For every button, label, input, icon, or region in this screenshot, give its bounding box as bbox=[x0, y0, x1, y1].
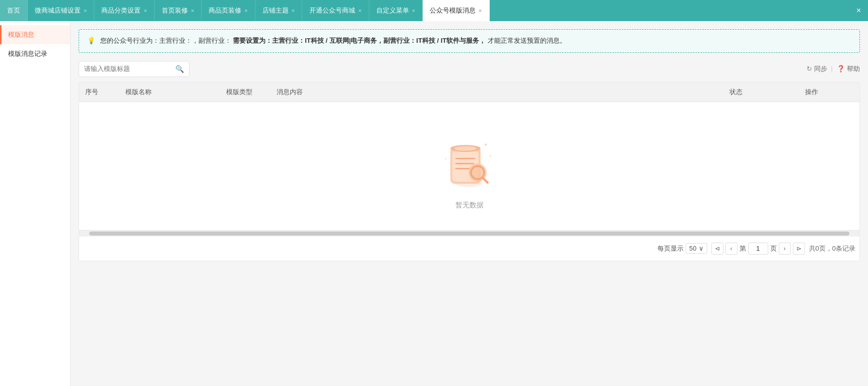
nav-tab-home-decor-close[interactable]: × bbox=[191, 8, 194, 14]
main-layout: 模版消息 模版消息记录 💡 您的公众号行业为：主营行业：，副营行业： 需要设置为… bbox=[0, 21, 868, 386]
sidebar-item-template-history-label: 模版消息记录 bbox=[8, 50, 47, 57]
nav-tab-shop-settings-label: 微商城店铺设置 bbox=[35, 6, 81, 15]
sync-label: 同步 bbox=[814, 64, 827, 73]
nav-tab-home[interactable]: 首页 bbox=[0, 0, 28, 21]
svg-text:✦: ✦ bbox=[484, 142, 488, 147]
nav-tab-custom-menu-label: 自定义菜单 bbox=[376, 6, 409, 15]
toolbar-divider: | bbox=[831, 65, 833, 72]
th-content: 消息内容 bbox=[271, 83, 723, 102]
notice-text-highlight: 需要设置为：主营行业：IT科技 / 互联网|电子商务，副营行业：IT科技 / I… bbox=[233, 37, 486, 44]
content-area: 💡 您的公众号行业为：主营行业：，副营行业： 需要设置为：主营行业：IT科技 /… bbox=[71, 21, 868, 386]
page-label-post: 页 bbox=[770, 244, 777, 253]
search-input[interactable] bbox=[84, 65, 173, 72]
nav-tab-open-shop-close[interactable]: × bbox=[358, 8, 361, 14]
empty-text: 暂无数据 bbox=[455, 201, 484, 210]
nav-tab-shop-theme-label: 店铺主题 bbox=[262, 6, 289, 15]
nav-tab-home-decor[interactable]: 首页装修 × bbox=[155, 0, 202, 21]
nav-tab-custom-menu-close[interactable]: × bbox=[412, 8, 415, 14]
nav-tab-shop-theme-close[interactable]: × bbox=[292, 8, 295, 14]
help-label: 帮助 bbox=[847, 64, 860, 73]
page-total: 共0页，0条记录 bbox=[809, 244, 855, 253]
notice-text-prefix: 您的公众号行业为：主营行业：，副营行业： bbox=[100, 37, 231, 44]
sidebar-item-template-msg-label: 模版消息 bbox=[8, 31, 34, 38]
th-name: 模版名称 bbox=[119, 83, 220, 102]
help-icon: ❓ bbox=[837, 65, 845, 72]
th-seq: 序号 bbox=[79, 83, 119, 102]
table-header: 序号 模版名称 模版类型 消息内容 状态 操作 bbox=[79, 83, 859, 102]
next-page-button[interactable]: › bbox=[779, 243, 791, 255]
per-page-value: 50 bbox=[689, 245, 696, 252]
sidebar: 模版消息 模版消息记录 bbox=[0, 21, 71, 386]
nav-tab-shop-theme[interactable]: 店铺主题 × bbox=[255, 0, 302, 21]
data-table: 序号 模版名称 模版类型 消息内容 状态 操作 bbox=[79, 82, 860, 261]
nav-tab-home-decor-label: 首页装修 bbox=[162, 6, 188, 15]
th-status: 状态 bbox=[723, 83, 799, 102]
per-page-select[interactable]: 50 ∨ bbox=[686, 243, 707, 254]
nav-tab-shop-settings-close[interactable]: × bbox=[84, 8, 87, 14]
nav-tab-category-settings[interactable]: 商品分类设置 × bbox=[94, 0, 154, 21]
sidebar-item-template-history[interactable]: 模版消息记录 bbox=[0, 44, 70, 63]
last-page-button[interactable]: ⊳ bbox=[793, 243, 805, 255]
nav-tab-template-msg[interactable]: 公众号模版消息 × bbox=[423, 0, 489, 21]
th-action: 操作 bbox=[799, 83, 859, 102]
toolbar-right: ↻ 同步 | ❓ 帮助 bbox=[807, 64, 860, 73]
notice-box: 💡 您的公众号行业为：主营行业：，副营行业： 需要设置为：主营行业：IT科技 /… bbox=[79, 29, 860, 53]
search-bar: 🔍 ↻ 同步 | ❓ 帮助 bbox=[79, 61, 860, 77]
nav-tab-custom-menu[interactable]: 自定义菜单 × bbox=[369, 0, 423, 21]
help-button[interactable]: ❓ 帮助 bbox=[837, 64, 860, 73]
page-input[interactable] bbox=[748, 243, 768, 255]
nav-tab-category-settings-label: 商品分类设置 bbox=[101, 6, 141, 15]
nav-tab-category-settings-close[interactable]: × bbox=[144, 8, 147, 14]
top-nav: 首页 微商城店铺设置 × 商品分类设置 × 首页装修 × 商品页装修 × 店铺主… bbox=[0, 0, 868, 21]
prev-page-button[interactable]: ‹ bbox=[725, 243, 738, 255]
search-input-wrap[interactable]: 🔍 bbox=[79, 61, 189, 77]
search-icon[interactable]: 🔍 bbox=[175, 65, 184, 73]
nav-tab-open-shop-label: 开通公众号商城 bbox=[309, 6, 355, 15]
pagination: 每页显示 50 ∨ ⊲ ‹ 第 页 › ⊳ 共0页，0条记录 bbox=[79, 236, 859, 261]
th-type: 模版类型 bbox=[220, 83, 271, 102]
nav-tab-shop-settings[interactable]: 微商城店铺设置 × bbox=[28, 0, 94, 21]
sync-icon: ↻ bbox=[807, 65, 812, 72]
nav-tab-template-msg-close[interactable]: × bbox=[479, 8, 482, 14]
nav-close-all-button[interactable]: × bbox=[849, 6, 868, 15]
empty-icon: ✦ ✦ ✦ bbox=[439, 132, 500, 193]
nav-tab-product-decor[interactable]: 商品页装修 × bbox=[202, 0, 255, 21]
nav-tab-template-msg-label: 公众号模版消息 bbox=[430, 6, 476, 15]
first-page-button[interactable]: ⊲ bbox=[711, 243, 723, 255]
bulb-icon: 💡 bbox=[87, 37, 95, 44]
notice-text-suffix: 才能正常发送预置的消息。 bbox=[488, 37, 566, 44]
page-nav: ⊲ ‹ 第 页 › ⊳ bbox=[711, 243, 805, 255]
svg-text:✦: ✦ bbox=[444, 157, 447, 161]
svg-text:✦: ✦ bbox=[489, 154, 492, 159]
svg-point-10 bbox=[454, 146, 477, 150]
svg-line-8 bbox=[483, 178, 488, 183]
nav-tab-product-decor-label: 商品页装修 bbox=[209, 6, 241, 15]
per-page-label: 每页显示 bbox=[657, 244, 684, 253]
empty-state: ✦ ✦ ✦ 暂无数据 bbox=[79, 102, 859, 230]
scrollbar-thumb[interactable] bbox=[89, 231, 849, 236]
sidebar-item-template-msg[interactable]: 模版消息 bbox=[0, 25, 70, 44]
chevron-down-icon: ∨ bbox=[699, 245, 704, 252]
sync-button[interactable]: ↻ 同步 bbox=[807, 64, 827, 73]
horizontal-scrollbar[interactable] bbox=[79, 230, 859, 236]
page-size-select: 每页显示 50 ∨ bbox=[657, 243, 707, 254]
nav-tab-home-label: 首页 bbox=[7, 6, 20, 15]
nav-tab-product-decor-close[interactable]: × bbox=[244, 8, 247, 14]
nav-tab-open-shop[interactable]: 开通公众号商城 × bbox=[302, 0, 369, 21]
page-label-pre: 第 bbox=[740, 244, 746, 253]
